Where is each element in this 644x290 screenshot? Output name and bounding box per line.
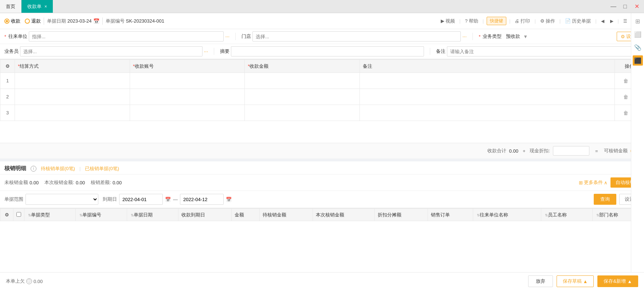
main-table: ⚙ *结算方式 *收款账号 *收款金额 备注 操作 xyxy=(0,59,644,121)
row-2-settlement[interactable] xyxy=(15,89,130,105)
footer-bar: 本单上欠 ⓘ 0.00 放弃 保存草稿 ▲ 保存&新增 ▲ xyxy=(0,272,644,290)
operation-button[interactable]: ⚙ 操作 xyxy=(539,17,557,25)
row-num-3: 3 xyxy=(0,105,15,121)
current-amount: 本次核销金额: 0.00 xyxy=(44,179,85,186)
bottom-col-settings[interactable]: ⚙ xyxy=(0,209,13,221)
row-3-amount[interactable] xyxy=(245,105,360,121)
sidebar-expand-icon[interactable]: ⬜ xyxy=(633,29,643,39)
partner-more-button[interactable]: ··· xyxy=(225,34,229,39)
store-input[interactable] xyxy=(252,31,461,42)
remark-input[interactable] xyxy=(447,46,640,56)
select-all-checkbox[interactable] xyxy=(16,212,21,217)
row-1-remark[interactable] xyxy=(360,73,615,89)
this-order-value: 0.00 xyxy=(34,279,43,284)
row-3-remark[interactable] xyxy=(360,105,615,121)
verify-title: 核销明细 xyxy=(4,165,26,172)
footer-info: 本单上欠 ⓘ 0.00 xyxy=(6,278,43,285)
total-label: 收款合计 xyxy=(487,148,506,154)
plus-sign: + xyxy=(523,148,526,154)
tab-close-icon[interactable]: × xyxy=(44,4,47,9)
print-button[interactable]: 🖨 打印 xyxy=(513,17,531,25)
staff-input[interactable] xyxy=(20,46,203,56)
business-type-value: 预收款 xyxy=(506,33,520,40)
row-3-delete-button[interactable]: 🗑 xyxy=(623,110,628,116)
form-row-2: 业务员 ··· 摘要 备注 xyxy=(0,44,644,59)
total-value: 0.00 xyxy=(509,148,518,154)
discount-input[interactable] xyxy=(553,146,589,156)
pending-tab[interactable]: 待核销单据(0笔) xyxy=(41,165,75,172)
range-select[interactable] xyxy=(25,194,98,205)
radio-refund[interactable]: 退款 xyxy=(25,18,41,24)
row-1-account[interactable] xyxy=(130,73,245,89)
row-2-account[interactable] xyxy=(130,89,245,105)
partner-input[interactable] xyxy=(29,31,224,42)
date-to-input[interactable] xyxy=(180,194,224,205)
row-2-amount[interactable] xyxy=(245,89,360,105)
summary-row: 收款合计 0.00 + 现金折扣: = 可核销金额 0.00 xyxy=(0,143,644,158)
bottom-col-sales-order: 销售订单 xyxy=(428,209,473,221)
query-button[interactable]: 查询 xyxy=(594,194,616,205)
video-button[interactable]: ▶ 视频 xyxy=(439,17,456,25)
row-1-settlement[interactable] xyxy=(15,73,130,89)
number-label: 单据编号 xyxy=(106,18,125,24)
store-more-button[interactable]: ··· xyxy=(462,34,467,39)
row-1-amount[interactable] xyxy=(245,73,360,89)
sidebar-attachment-icon[interactable]: 📎 xyxy=(633,42,643,52)
row-3-account[interactable] xyxy=(130,105,245,121)
save-draft-label: 保存草稿 xyxy=(563,278,582,285)
history-button[interactable]: 📄 历史单据 xyxy=(564,17,592,25)
summary-label: 摘要 xyxy=(220,48,229,55)
date-from-input[interactable] xyxy=(119,194,163,205)
bottom-col-amount: 金额 xyxy=(232,209,260,221)
verify-info-icon[interactable]: i xyxy=(31,166,36,172)
radio-receipt[interactable]: 收款 xyxy=(4,18,20,24)
col-account-header: *收款账号 xyxy=(130,60,245,73)
bottom-col-due-date: 收款到期日 xyxy=(178,209,232,221)
due-date-label: 到期日 xyxy=(103,196,117,203)
bottom-table: ⚙ ⇅单据类型 ⇅单据编号 ⇅单据日期 收款到期日 xyxy=(0,208,644,221)
row-3-settlement[interactable] xyxy=(15,105,130,121)
sidebar-edit-icon[interactable]: ⬛ xyxy=(633,55,643,66)
help-button[interactable]: ? 帮助 xyxy=(463,17,479,25)
tab-home[interactable]: 首页 xyxy=(0,0,21,13)
tab-bar: 首页 收款单 × — □ ✕ xyxy=(0,0,644,13)
chevron-down-icon[interactable]: ▼ xyxy=(523,34,528,39)
close-button[interactable]: ✕ xyxy=(632,2,641,11)
radio-receipt-dot xyxy=(4,19,9,24)
nav-right-button[interactable]: ▶ xyxy=(609,18,615,24)
video-icon: ▶ xyxy=(441,18,444,24)
bottom-col-checkbox[interactable] xyxy=(13,209,24,221)
sort-arrows-6: ⇅ xyxy=(596,213,599,217)
done-tab[interactable]: 已核销单据(0笔) xyxy=(85,165,119,172)
bottom-col-partner: ⇅往来单位名称 xyxy=(473,209,541,221)
save-new-button[interactable]: 保存&新增 ▲ xyxy=(597,275,638,287)
this-order-info-icon[interactable]: ⓘ xyxy=(26,278,32,284)
date-from-calendar-icon[interactable]: 📅 xyxy=(165,197,171,202)
nav-left-button[interactable]: ◀ xyxy=(600,18,606,24)
summary-input[interactable] xyxy=(231,46,424,56)
discard-button[interactable]: 放弃 xyxy=(528,275,553,287)
business-type-field: * 业务类型 预收款 ▼ xyxy=(479,33,614,40)
date-dash: — xyxy=(173,197,178,202)
minimize-button[interactable]: — xyxy=(609,2,618,11)
date-label: 单据日期 xyxy=(47,18,66,24)
footer-right: 放弃 保存草稿 ▲ 保存&新增 ▲ xyxy=(528,275,638,287)
staff-more-button[interactable]: ··· xyxy=(204,48,208,54)
row-2-delete-button[interactable]: 🗑 xyxy=(623,94,628,100)
more-conditions-button[interactable]: ⊞ 更多条件 ∧ xyxy=(579,179,608,186)
row-2-remark[interactable] xyxy=(360,89,615,105)
date-to-calendar-icon[interactable]: 📅 xyxy=(226,197,232,202)
date-range-field: 到期日 📅 — 📅 xyxy=(103,194,232,205)
partner-label: 往来单位 xyxy=(8,33,27,40)
list-view-button[interactable]: ☰ xyxy=(622,18,629,24)
row-1-delete-button[interactable]: 🗑 xyxy=(623,78,628,84)
save-draft-button[interactable]: 保存草稿 ▲ xyxy=(557,275,594,287)
shortcut-button[interactable]: 快捷键 xyxy=(487,17,506,25)
maximize-button[interactable]: □ xyxy=(621,2,629,11)
tab-receipt[interactable]: 收款单 × xyxy=(21,0,53,13)
tab-home-label: 首页 xyxy=(6,3,15,10)
col-settings-header[interactable]: ⚙ xyxy=(0,60,15,73)
sidebar-table-icon[interactable]: ⊞ xyxy=(633,16,643,26)
toolbar-right: ▶ 视频 | ? 帮助 | 快捷键 | 🖨 打印 | ⚙ 操作 | 📄 xyxy=(439,17,640,25)
calendar-icon[interactable]: 📅 xyxy=(93,18,99,24)
